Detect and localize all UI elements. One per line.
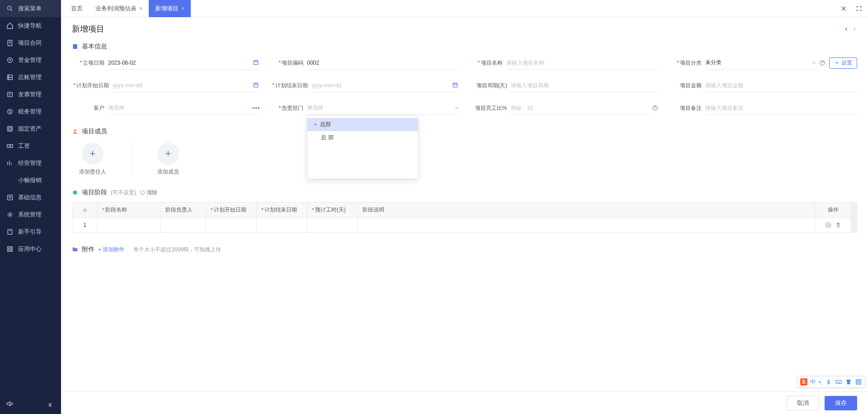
help-icon[interactable]: [652, 105, 658, 111]
gear-icon[interactable]: [82, 207, 88, 213]
label-period: 项目周期(天): [476, 82, 507, 89]
prev-icon[interactable]: [844, 26, 849, 32]
amount-input[interactable]: [705, 79, 857, 92]
cell-start[interactable]: [206, 218, 257, 232]
sidebar-item-tax[interactable]: 税务管理: [0, 103, 61, 120]
form-icon: [72, 43, 78, 50]
sidebar-item-guide[interactable]: 新手引导: [0, 223, 61, 240]
calendar-icon[interactable]: [253, 82, 260, 89]
add-responsible-button[interactable]: +: [82, 143, 104, 165]
sidebar-item-basic[interactable]: 基础信息: [0, 189, 61, 206]
add-responsible-label: 添加责任人: [79, 168, 106, 176]
label-dept: 负责部门: [282, 105, 303, 111]
tab-new-project[interactable]: 新增项目×: [149, 0, 191, 17]
sidebar-item-label: 税务管理: [18, 108, 42, 116]
cell-name[interactable]: [98, 218, 161, 232]
table-row[interactable]: 1: [72, 218, 857, 232]
clear-phases-button[interactable]: 清除: [140, 189, 157, 197]
phase-table: *阶段名称 阶段负责人 *计划开始日期 *计划结束日期 *预计工时(天) 阶段说…: [72, 202, 857, 233]
close-icon[interactable]: ×: [139, 5, 142, 12]
row-index: 1: [72, 218, 98, 232]
period-input[interactable]: [511, 79, 658, 92]
sidebar-item-asset[interactable]: 固定资产: [0, 120, 61, 137]
sidebar-item-label: 固定资产: [18, 125, 42, 133]
delete-row-icon[interactable]: [835, 222, 841, 228]
scrollbar[interactable]: [851, 218, 857, 232]
dept-option-root[interactable]: 总部: [307, 118, 418, 131]
ime-toolbox-icon[interactable]: [855, 378, 862, 386]
calendar-icon[interactable]: [452, 82, 459, 89]
category-settings-button[interactable]: 设置: [829, 57, 857, 69]
name-input[interactable]: [506, 56, 658, 70]
plan-start-input[interactable]: [113, 79, 260, 92]
dept-select[interactable]: 请选择 总部 总 部: [307, 101, 459, 115]
ime-punct-icon[interactable]: •,: [819, 379, 822, 386]
add-member-button[interactable]: +: [157, 143, 179, 165]
svg-point-8: [9, 146, 11, 147]
page-footer: 取消 保存: [61, 391, 868, 414]
chevron-down-icon: [811, 60, 816, 66]
sidebar-item-system[interactable]: 系统管理: [0, 206, 61, 223]
svg-rect-4: [8, 92, 13, 96]
fullscreen-icon[interactable]: [854, 3, 864, 14]
col-ops: 操作: [828, 206, 839, 214]
sidebar-item-label: 经营管理: [18, 159, 42, 167]
close-all-icon[interactable]: [838, 3, 849, 14]
section-title-attachments: 附件: [82, 245, 94, 254]
help-icon[interactable]: [819, 60, 826, 66]
remark-input[interactable]: [705, 101, 857, 115]
customer-select[interactable]: 请选择•••: [108, 101, 260, 115]
sidebar-item-salary[interactable]: 工资: [0, 137, 61, 155]
ime-toolbar[interactable]: S 中 •,: [797, 376, 865, 388]
cell-owner[interactable]: [161, 218, 206, 232]
plan-end-input[interactable]: [311, 79, 459, 92]
tab-profit-estimate[interactable]: 业务利润预估表×: [89, 0, 149, 17]
more-icon[interactable]: •••: [253, 104, 260, 111]
ime-keyboard-icon[interactable]: [835, 378, 842, 386]
init-date-input[interactable]: [108, 56, 260, 70]
next-icon[interactable]: [852, 26, 857, 32]
ime-mic-icon[interactable]: [825, 378, 832, 386]
sidebar-item-contract[interactable]: 项目合同: [0, 34, 61, 52]
tab-label: 业务利润预估表: [95, 5, 137, 13]
guide-icon: [6, 228, 14, 235]
complete-pct-input[interactable]: [511, 101, 649, 115]
sidebar-item-operation[interactable]: 经营管理: [0, 155, 61, 172]
code-input[interactable]: [307, 56, 459, 70]
sidebar-item-fund[interactable]: 资金管理: [0, 52, 61, 69]
add-row-icon[interactable]: [825, 222, 831, 228]
svg-rect-34: [856, 382, 858, 384]
sidebar-item-quick-nav[interactable]: 快捷导航: [0, 17, 61, 34]
svg-text:C: C: [9, 179, 11, 183]
sidebar-search[interactable]: 搜索菜单: [0, 0, 61, 17]
operation-icon: [6, 160, 14, 167]
sidebar-item-apps[interactable]: 应用中心: [0, 240, 61, 258]
ime-lang[interactable]: 中: [810, 378, 816, 386]
svg-point-0: [8, 6, 11, 10]
apps-icon: [6, 245, 14, 253]
save-button[interactable]: 保存: [825, 396, 857, 410]
sidebar-item-ledger[interactable]: 总账管理: [0, 69, 61, 86]
cancel-button[interactable]: 取消: [787, 396, 819, 410]
cell-end[interactable]: [257, 218, 307, 232]
cell-desc[interactable]: [358, 218, 815, 232]
calendar-icon[interactable]: [253, 59, 260, 66]
sidebar-item-invoice[interactable]: 发票管理: [0, 86, 61, 103]
cell-hours[interactable]: [307, 218, 358, 232]
tab-label: 新增项目: [155, 5, 179, 13]
tab-home[interactable]: 首页: [65, 0, 89, 17]
sidebar-item-expense[interactable]: C小畅报销: [0, 172, 61, 189]
asset-icon: [6, 125, 14, 132]
collapse-icon[interactable]: [47, 401, 55, 409]
ime-skin-icon[interactable]: [845, 378, 852, 386]
svg-rect-30: [828, 380, 830, 383]
add-attachment-button[interactable]: + 添加附件: [98, 246, 124, 254]
system-icon: [6, 211, 14, 218]
label-category: 项目分类: [680, 60, 702, 66]
gear-icon[interactable]: [6, 401, 14, 409]
dept-option-child[interactable]: 总 部: [307, 131, 418, 144]
svg-rect-35: [859, 382, 861, 384]
category-select[interactable]: [705, 56, 816, 70]
close-icon[interactable]: ×: [181, 5, 184, 12]
sidebar-item-label: 总账管理: [18, 73, 42, 81]
